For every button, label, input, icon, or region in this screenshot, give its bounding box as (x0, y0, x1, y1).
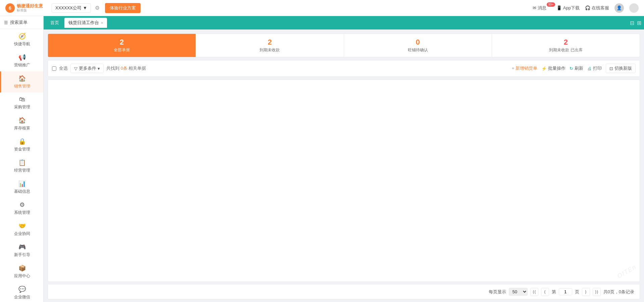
page-input[interactable] (559, 288, 572, 295)
finance-icon: 🔒 (18, 138, 26, 145)
logo-text: 畅捷通好生意 标准版 (17, 3, 43, 13)
tab-maximize-button[interactable]: ⊞ (637, 20, 641, 26)
chevron-down-icon: ▼ (83, 5, 87, 10)
sidebar-item-purchase[interactable]: 🛍 采购管理 (0, 93, 43, 113)
message-button[interactable]: ✉ 消息 99+ (533, 5, 551, 11)
search-icon: ☰ (4, 20, 8, 25)
pagination: 每页显示 50 100 200 ⟨⟨ ⟨ 第 页 ⟩ ⟩⟩ 共0页，0条记录 (48, 285, 640, 299)
sales-icon: 🏠 (18, 75, 26, 82)
enterprise-icon: 🤝 (18, 222, 26, 230)
tab-close-icon[interactable]: × (101, 21, 103, 25)
quick-nav-icon: 🧭 (18, 33, 26, 40)
next-page-button[interactable]: ⟩ (582, 288, 590, 296)
sidebar-item-wechat[interactable]: 💬 企业微信 (0, 282, 43, 302)
sidebar-item-marketing[interactable]: 📢 营销推广 (0, 50, 43, 71)
stat-card-all[interactable]: 2 全部单据 (48, 34, 196, 57)
refresh-icon: ↻ (570, 66, 573, 71)
select-all-checkbox[interactable] (52, 66, 56, 71)
print-icon: 🖨 (587, 66, 592, 71)
operation-icon: 📋 (18, 159, 26, 166)
header-right: ✉ 消息 99+ 📱 App下载 🎧 在线客服 👤 (533, 3, 639, 13)
toolbar-right: + 新增销货单 ⚡ 批量操作 ↻ 刷新 🖨 打印 ⊡ (512, 64, 636, 73)
sidebar-item-app-center[interactable]: 📦 应用中心 (0, 261, 43, 282)
stat-card-shipped[interactable]: 2 到期未收款 已出库 (492, 34, 640, 57)
select-all-label: 全选 (59, 65, 68, 71)
message-icon: ✉ (533, 5, 536, 10)
table-area (48, 79, 640, 282)
toolbar: 全选 ▽ 更多条件 ▾ 共找到 0条 相关单据 + 新增销货单 (48, 60, 640, 77)
avatar[interactable]: 👤 (614, 3, 624, 13)
sidebar: ☰ 搜索菜单 🧭 快捷导航 📢 营销推广 🏠 销售管理 🛍 采购管理 🏠 库存核… (0, 16, 44, 302)
sidebar-item-operation[interactable]: 📋 经营管理 (0, 156, 43, 177)
logo-area: 6 畅捷通好生意 标准版 (5, 3, 49, 13)
basic-icon: 📊 (18, 180, 26, 187)
marketing-icon: 📢 (18, 54, 26, 61)
filter-icon: ▽ (74, 66, 77, 71)
app-center-icon: 📦 (18, 264, 26, 272)
batch-operation-button[interactable]: ⚡ 批量操作 (541, 65, 566, 71)
stat-card-overdue[interactable]: 2 到期未收款 (196, 34, 344, 57)
tab-qianhuo[interactable]: 钱货日清工作台 × (64, 18, 107, 28)
purchase-icon: 🛍 (19, 96, 25, 103)
content-area: 首页 钱货日清工作台 × ⊟ ⊞ 2 全部单据 2 到期未收款 (44, 16, 644, 302)
message-badge: 99+ (547, 2, 555, 7)
prev-page-button[interactable]: ⟨ (541, 288, 549, 296)
sidebar-item-enterprise[interactable]: 🤝 企业协同 (0, 219, 43, 240)
tab-bar-actions: ⊟ ⊞ (630, 20, 641, 26)
tab-home[interactable]: 首页 (46, 18, 63, 28)
switch-icon: ⊡ (609, 66, 613, 71)
stats-row: 2 全部单据 2 到期未收款 0 旺铺待确认 2 到期未收款 已出库 (48, 34, 640, 57)
user-avatar[interactable] (629, 3, 639, 13)
refresh-button[interactable]: ↻ 刷新 (570, 65, 583, 71)
sidebar-item-system[interactable]: ⚙ 系统管理 (0, 198, 43, 219)
toolbar-left: 全选 ▽ 更多条件 ▾ 共找到 0条 相关单据 (52, 64, 509, 73)
sidebar-item-basic[interactable]: 📊 基础信息 (0, 177, 43, 198)
sidebar-item-finance[interactable]: 🔒 资金管理 (0, 134, 43, 156)
total-label: 共0页，0条记录 (603, 289, 634, 295)
system-icon: ⚙ (19, 201, 25, 208)
guide-icon: 🎮 (18, 243, 26, 251)
company-selector[interactable]: XXXXXX公司 ▼ (52, 3, 91, 13)
trial-button[interactable]: 体验行业方案 (105, 3, 141, 13)
online-service-button[interactable]: 🎧 在线客服 (585, 5, 609, 11)
page-suffix: 页 (575, 289, 579, 295)
batch-icon: ⚡ (541, 66, 547, 71)
service-icon: 🎧 (585, 5, 590, 10)
per-page-label: 每页显示 (489, 289, 506, 295)
sidebar-item-sales[interactable]: 🏠 销售管理 (0, 71, 43, 93)
last-page-button[interactable]: ⟩⟩ (593, 288, 601, 296)
download-icon: 📱 (556, 5, 562, 10)
page-label: 第 (552, 289, 556, 295)
sidebar-item-inventory[interactable]: 🏠 库存核算 (0, 113, 43, 134)
sidebar-search[interactable]: ☰ 搜索菜单 (0, 16, 43, 29)
switch-version-button[interactable]: ⊡ 切换新版 (606, 64, 636, 73)
stat-card-pending[interactable]: 0 旺铺待确认 (344, 34, 492, 57)
logo-icon: 6 (5, 3, 15, 13)
filter-chevron-icon: ▾ (98, 66, 100, 71)
wechat-icon: 💬 (18, 286, 26, 293)
inventory-icon: 🏠 (18, 117, 26, 124)
sidebar-item-guide[interactable]: 🎮 新手引导 (0, 240, 43, 261)
app-download-button[interactable]: 📱 App下载 (556, 5, 580, 11)
sidebar-item-quick-nav[interactable]: 🧭 快捷导航 (0, 29, 43, 50)
filter-button[interactable]: ▽ 更多条件 ▾ (70, 64, 104, 73)
tab-minimize-button[interactable]: ⊟ (630, 20, 634, 26)
table-empty-state (48, 80, 640, 282)
top-header: 6 畅捷通好生意 标准版 XXXXXX公司 ▼ ⚙ 体验行业方案 ✉ 消息 99… (0, 0, 644, 16)
add-sales-order-button[interactable]: + 新增销货单 (512, 65, 537, 71)
print-button[interactable]: 🖨 打印 (587, 65, 602, 71)
first-page-button[interactable]: ⟨⟨ (530, 288, 538, 296)
tab-bar: 首页 钱货日清工作台 × ⊟ ⊞ (44, 16, 644, 29)
main-content: 2 全部单据 2 到期未收款 0 旺铺待确认 2 到期未收款 已出库 (44, 29, 644, 302)
settings-icon[interactable]: ⚙ (94, 3, 101, 12)
per-page-select[interactable]: 50 100 200 (509, 288, 528, 296)
main-layout: ☰ 搜索菜单 🧭 快捷导航 📢 营销推广 🏠 销售管理 🛍 采购管理 🏠 库存核… (0, 16, 644, 302)
found-text: 共找到 0条 相关单据 (106, 65, 146, 71)
